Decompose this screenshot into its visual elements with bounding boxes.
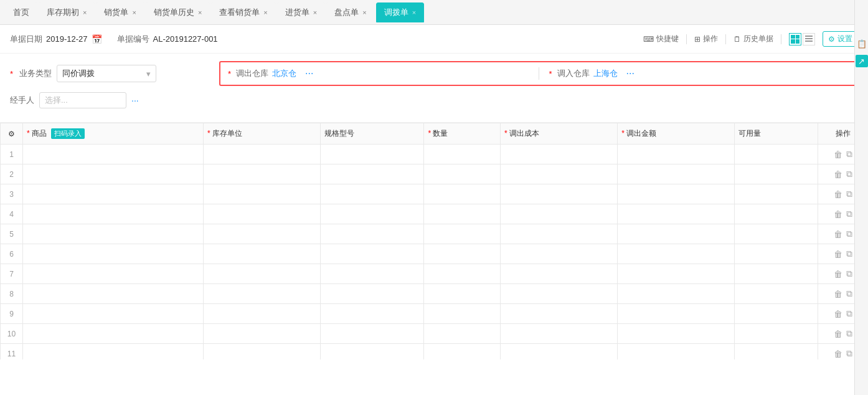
tab-inventory-init[interactable]: 库存期初 × [39, 2, 95, 22]
qty-cell[interactable] [424, 324, 501, 344]
sidebar-notes-icon[interactable]: 📋 [856, 37, 868, 50]
tab-sales-order-close[interactable]: × [132, 9, 136, 16]
tab-purchase-order[interactable]: 进货单 × [277, 2, 325, 22]
calendar-icon[interactable]: 📅 [92, 34, 102, 44]
available-cell[interactable] [735, 145, 818, 164]
unit-cell[interactable] [203, 324, 320, 344]
spec-cell[interactable] [321, 324, 424, 344]
tab-inventory-init-close[interactable]: × [83, 9, 87, 16]
delete-icon[interactable]: 🗑 [834, 269, 842, 279]
goods-cell[interactable] [23, 145, 204, 164]
goods-cell[interactable] [23, 204, 204, 224]
tab-inventory-check[interactable]: 盘点单 × [326, 2, 374, 22]
unit-cell[interactable] [203, 344, 320, 360]
biz-type-select[interactable]: 同价调拨 ▾ [57, 65, 156, 82]
qty-cell[interactable] [424, 264, 501, 284]
amount-cell[interactable] [618, 145, 735, 164]
amount-cell[interactable] [618, 224, 735, 244]
cost-cell[interactable] [501, 224, 618, 244]
qty-cell[interactable] [424, 284, 501, 304]
goods-cell[interactable] [23, 164, 204, 184]
unit-cell[interactable] [203, 164, 320, 184]
delete-icon[interactable]: 🗑 [834, 349, 842, 359]
available-cell[interactable] [735, 344, 818, 360]
delete-icon[interactable]: 🗑 [834, 150, 842, 159]
cost-cell[interactable] [501, 304, 618, 324]
layout-grid-icon[interactable] [789, 33, 801, 45]
available-cell[interactable] [735, 224, 818, 244]
cost-cell[interactable] [501, 244, 618, 264]
spec-cell[interactable] [321, 244, 424, 264]
spec-cell[interactable] [321, 264, 424, 284]
spec-cell[interactable] [321, 224, 424, 244]
spec-cell[interactable] [321, 184, 424, 204]
warehouse-in-more-icon[interactable]: ··· [626, 68, 634, 79]
available-cell[interactable] [735, 184, 818, 204]
operation-button[interactable]: ⊞ 操作 [694, 34, 718, 44]
delete-icon[interactable]: 🗑 [834, 289, 842, 299]
goods-cell[interactable] [23, 324, 204, 344]
unit-cell[interactable] [203, 264, 320, 284]
scan-badge[interactable]: 扫码录入 [51, 128, 85, 139]
qty-cell[interactable] [424, 344, 501, 360]
available-cell[interactable] [735, 324, 818, 344]
unit-cell[interactable] [203, 284, 320, 304]
qty-cell[interactable] [424, 184, 501, 204]
goods-cell[interactable] [23, 184, 204, 204]
qty-cell[interactable] [424, 244, 501, 264]
cost-cell[interactable] [501, 164, 618, 184]
spec-cell[interactable] [321, 304, 424, 324]
copy-icon[interactable]: ⧉ [846, 269, 852, 279]
goods-cell[interactable] [23, 284, 204, 304]
copy-icon[interactable]: ⧉ [846, 249, 852, 259]
qty-cell[interactable] [424, 204, 501, 224]
qty-cell[interactable] [424, 164, 501, 184]
delete-icon[interactable]: 🗑 [834, 309, 842, 319]
amount-cell[interactable] [618, 284, 735, 304]
history-button[interactable]: 🗒 历史单据 [734, 34, 773, 44]
qty-cell[interactable] [424, 145, 501, 164]
amount-cell[interactable] [618, 244, 735, 264]
available-cell[interactable] [735, 284, 818, 304]
copy-icon[interactable]: ⧉ [846, 149, 852, 159]
copy-icon[interactable]: ⧉ [846, 169, 852, 179]
amount-cell[interactable] [618, 264, 735, 284]
unit-cell[interactable] [203, 224, 320, 244]
cost-cell[interactable] [501, 204, 618, 224]
unit-cell[interactable] [203, 204, 320, 224]
delete-icon[interactable]: 🗑 [834, 189, 842, 199]
copy-icon[interactable]: ⧉ [846, 328, 852, 339]
sidebar-expand-icon[interactable]: ↗ [856, 55, 868, 67]
spec-cell[interactable] [321, 145, 424, 164]
spec-cell[interactable] [321, 164, 424, 184]
tab-view-sales[interactable]: 查看销货单 × [211, 2, 275, 22]
copy-icon[interactable]: ⧉ [846, 229, 852, 239]
cost-cell[interactable] [501, 324, 618, 344]
cost-cell[interactable] [501, 264, 618, 284]
delete-icon[interactable]: 🗑 [834, 229, 842, 239]
unit-cell[interactable] [203, 244, 320, 264]
warehouse-out-value[interactable]: 北京仓 [272, 68, 296, 79]
tab-sales-history-close[interactable]: × [198, 9, 202, 16]
copy-icon[interactable]: ⧉ [846, 348, 852, 359]
shortcut-button[interactable]: ⌨ 快捷键 [643, 34, 679, 44]
goods-cell[interactable] [23, 224, 204, 244]
copy-icon[interactable]: ⧉ [846, 209, 852, 219]
spec-cell[interactable] [321, 344, 424, 360]
copy-icon[interactable]: ⧉ [846, 189, 852, 199]
warehouse-in-value[interactable]: 上海仓 [593, 68, 618, 79]
spec-cell[interactable] [321, 284, 424, 304]
unit-cell[interactable] [203, 304, 320, 324]
available-cell[interactable] [735, 164, 818, 184]
qty-cell[interactable] [424, 224, 501, 244]
copy-icon[interactable]: ⧉ [846, 308, 852, 319]
unit-cell[interactable] [203, 145, 320, 164]
available-cell[interactable] [735, 304, 818, 324]
cost-cell[interactable] [501, 184, 618, 204]
spec-cell[interactable] [321, 204, 424, 224]
delete-icon[interactable]: 🗑 [834, 249, 842, 259]
available-cell[interactable] [735, 204, 818, 224]
person-select[interactable]: 选择... [39, 92, 126, 108]
delete-icon[interactable]: 🗑 [834, 169, 842, 179]
cost-cell[interactable] [501, 344, 618, 360]
